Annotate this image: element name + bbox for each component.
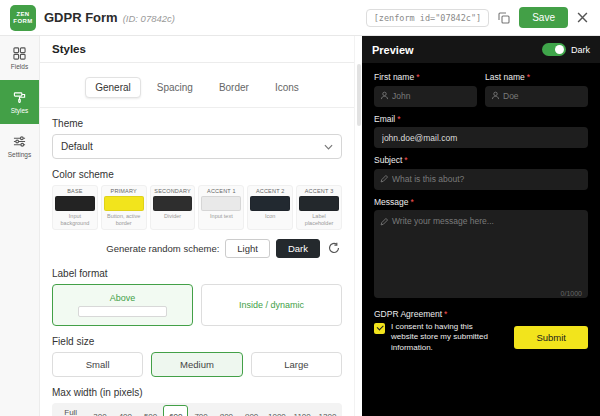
label-format-above-text: Above <box>110 293 136 303</box>
swatch-primary[interactable]: PRIMARY Button, active border <box>101 185 147 230</box>
generate-scheme-label: Generate random scheme: <box>106 243 219 254</box>
max-width-500[interactable]: 500 <box>138 405 163 416</box>
email-input[interactable] <box>374 127 588 148</box>
email-label: Email* <box>374 114 588 124</box>
main-body: Fields Styles Settings Styles General Sp… <box>0 36 600 416</box>
swatch-color-accent2 <box>250 196 290 211</box>
preview-title: Preview <box>372 44 414 56</box>
field-size-small[interactable]: Small <box>52 352 143 377</box>
first-name-input[interactable] <box>374 86 477 107</box>
form-title: GDPR Form <box>44 10 118 25</box>
settings-sliders-icon <box>13 135 26 148</box>
last-name-field: Last name* <box>485 72 588 107</box>
logo-text-bottom: FORM <box>13 18 32 24</box>
tab-spacing[interactable]: Spacing <box>147 77 203 98</box>
preview-header: Preview Dark <box>362 36 600 63</box>
dark-mode-label: Dark <box>571 45 590 55</box>
theme-selected-value: Default <box>61 141 93 152</box>
swatch-color-base <box>55 196 95 211</box>
top-bar: ZEN FORM GDPR Form (ID: 07842c) [zenform… <box>0 0 600 36</box>
zenform-logo[interactable]: ZEN FORM <box>10 5 36 31</box>
generate-scheme-row: Generate random scheme: Light Dark <box>52 239 342 258</box>
top-bar-actions: [zenform id="07842c"] Save <box>366 7 590 28</box>
styles-tabs: General Spacing Border Icons <box>40 73 354 108</box>
max-width-300[interactable]: 300 <box>87 405 112 416</box>
max-width-label: Max width (in pixels) <box>52 387 342 398</box>
tab-icons[interactable]: Icons <box>265 77 309 98</box>
save-button[interactable]: Save <box>519 7 568 28</box>
max-width-1200[interactable]: 1200 <box>315 405 340 416</box>
message-label: Message* <box>374 197 588 207</box>
theme-label: Theme <box>52 118 342 129</box>
paint-roller-icon <box>13 91 26 104</box>
shortcode-field[interactable]: [zenform id="07842c"] <box>366 9 489 27</box>
sidebar-item-settings[interactable]: Settings <box>0 124 39 168</box>
color-scheme-swatches: BASE Input background PRIMARY Button, ac… <box>52 185 342 230</box>
scrollbar-thumb[interactable] <box>357 64 361 126</box>
subject-input[interactable] <box>374 169 588 190</box>
max-width-1000[interactable]: 1000 <box>264 405 289 416</box>
message-textarea[interactable] <box>374 210 588 298</box>
mini-input-preview <box>78 306 167 317</box>
refresh-icon <box>328 242 340 254</box>
gdpr-label: GDPR Agreement* <box>374 309 588 319</box>
max-width-800[interactable]: 800 <box>214 405 239 416</box>
max-width-1100[interactable]: 1100 <box>290 405 315 416</box>
pencil-icon <box>380 217 389 226</box>
message-input-wrap: 0/1000 <box>374 210 588 302</box>
user-icon <box>491 91 500 100</box>
max-width-400[interactable]: 400 <box>113 405 138 416</box>
swatch-accent1[interactable]: ACCENT 1 Input text <box>198 185 244 230</box>
sidebar-item-fields[interactable]: Fields <box>0 36 39 80</box>
styles-panel-scrollbar <box>354 36 362 416</box>
last-name-input[interactable] <box>485 86 588 107</box>
zenform-app: ZEN FORM GDPR Form (ID: 07842c) [zenform… <box>0 0 600 416</box>
required-mark: * <box>397 114 400 124</box>
sidebar-item-label: Fields <box>11 63 28 70</box>
max-width-options: Full width 300 400 500 600 700 800 900 1… <box>52 403 342 416</box>
form-id: (ID: 07842c) <box>123 13 175 24</box>
required-mark: * <box>444 309 447 319</box>
color-scheme-label: Color scheme <box>52 169 342 180</box>
swatch-base[interactable]: BASE Input background <box>52 185 98 230</box>
preview-panel: Preview Dark First name* <box>362 36 600 416</box>
required-mark: * <box>416 72 419 82</box>
swatch-accent2[interactable]: ACCENT 2 Icon <box>247 185 293 230</box>
dark-mode-toggle-group[interactable]: Dark <box>542 43 590 56</box>
gdpr-row: I consent to having this website store m… <box>374 322 588 354</box>
close-button[interactable] <box>575 10 590 25</box>
field-size-label: Field size <box>52 336 342 347</box>
field-size-options: Small Medium Large <box>52 352 342 377</box>
consent-checkbox[interactable] <box>374 323 385 334</box>
swatch-color-accent1 <box>201 196 241 211</box>
tab-general[interactable]: General <box>85 77 141 98</box>
form-title-group: GDPR Form (ID: 07842c) <box>44 10 175 25</box>
tab-border[interactable]: Border <box>209 77 259 98</box>
copy-button[interactable] <box>496 10 512 26</box>
swatch-secondary[interactable]: SECONDARY Divider <box>150 185 196 230</box>
preview-form: First name* Last name* Em <box>362 63 600 416</box>
sidebar-item-styles[interactable]: Styles <box>0 80 39 124</box>
max-width-full[interactable]: Full width <box>54 405 87 416</box>
label-format-inside-option[interactable]: Inside / dynamic <box>201 284 342 326</box>
swatch-accent3[interactable]: ACCENT 3 Label placeholder <box>296 185 342 230</box>
generate-dark-button[interactable]: Dark <box>276 239 320 258</box>
consent-text: I consent to having this website store m… <box>391 322 499 354</box>
generate-light-button[interactable]: Light <box>225 239 270 258</box>
label-format-label: Label format <box>52 268 342 279</box>
max-width-600[interactable]: 600 <box>163 405 188 416</box>
max-width-900[interactable]: 900 <box>239 405 264 416</box>
label-format-above-option[interactable]: Above <box>52 284 193 326</box>
dark-mode-toggle[interactable] <box>542 43 566 56</box>
submit-button[interactable]: Submit <box>514 326 588 349</box>
field-size-medium[interactable]: Medium <box>151 352 242 377</box>
max-width-700[interactable]: 700 <box>188 405 213 416</box>
regenerate-button[interactable] <box>326 240 342 256</box>
swatch-color-primary <box>104 196 144 211</box>
theme-select[interactable]: Default <box>52 134 342 159</box>
subject-input-wrap <box>374 168 588 190</box>
first-name-input-wrap <box>374 85 477 107</box>
field-size-large[interactable]: Large <box>251 352 342 377</box>
subject-label: Subject* <box>374 155 588 165</box>
sidebar-item-label: Styles <box>11 107 29 114</box>
